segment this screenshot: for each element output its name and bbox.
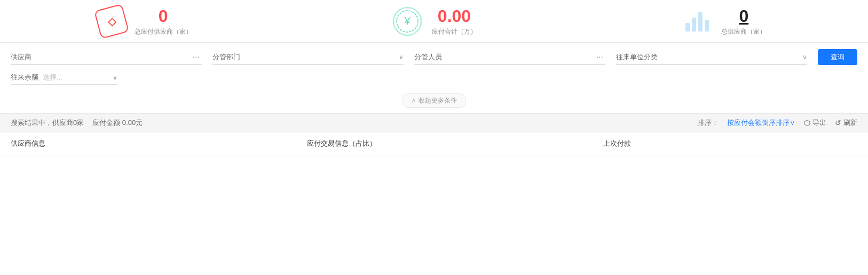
stat-payable-total: ¥ ！快速录单的快捷键说明在这里 × 0.00 应付合计（万）: [289, 0, 579, 42]
logo-icon: ◇: [94, 3, 129, 38]
unit-category-arrow[interactable]: ∨: [802, 53, 807, 61]
payable-total-label: 应付合计（万）: [432, 27, 477, 36]
collapse-text: ∧ 收起更多条件: [411, 96, 456, 105]
coin-icon: ¥: [391, 5, 423, 37]
svg-rect-3: [685, 23, 690, 32]
total-suppliers-value: 0: [159, 6, 168, 26]
stat-total-suppliers: ◇ 0 总应付供应商（家）: [0, 0, 289, 42]
manager-filter: 分管人员 ···: [414, 50, 605, 65]
svg-rect-4: [692, 18, 696, 32]
logo-diamond: ◇: [107, 15, 115, 28]
export-label: 导出: [812, 118, 826, 128]
unit-category-filter: 往来单位分类 ∨: [616, 50, 807, 65]
col-supplier-header: 供应商信息: [11, 139, 307, 148]
sort-label: 排序：: [698, 118, 719, 128]
manager-input[interactable]: [446, 53, 594, 61]
balance-placeholder[interactable]: 选择...: [43, 73, 113, 82]
department-label: 分管部门: [212, 52, 240, 62]
filter-section: 供应商 ··· 分管部门 ∨ 分管人员 ··· 往来单位分类 ∨ 查询 往来余额: [0, 43, 868, 114]
balance-filter: 往来余额 选择... ∨: [11, 70, 117, 85]
balance-label: 往来余额: [11, 73, 38, 82]
query-button[interactable]: 查询: [818, 49, 857, 65]
svg-rect-6: [705, 20, 709, 32]
total-suppliers-label: 总应付供应商（家）: [135, 27, 192, 36]
payable-total-value: 0.00: [438, 6, 471, 26]
col-transaction-header: 应付交易信息（占比）: [307, 139, 603, 148]
supplier-filter: 供应商 ···: [11, 50, 202, 65]
table-content: [0, 155, 868, 275]
supplier-dots[interactable]: ···: [191, 52, 202, 62]
unit-category-label: 往来单位分类: [616, 52, 658, 62]
unit-category-input[interactable]: [662, 53, 802, 61]
table-header: 供应商信息 应付交易信息（占比） 上次付款: [0, 132, 868, 155]
sort-value[interactable]: 按应付会额倒序排序∨: [727, 118, 795, 128]
result-summary: 搜索结果中，供应商0家: [11, 118, 84, 128]
supplier-input[interactable]: [42, 53, 191, 61]
result-bar-right: 排序： 按应付会额倒序排序∨ ⬡ 导出 ↺ 刷新: [698, 118, 857, 128]
total-suppliers-right-label: 总供应商（家）: [721, 27, 766, 36]
filter-row-2: 往来余额 选择... ∨: [11, 70, 857, 85]
col-payment-header: 上次付款: [603, 139, 857, 148]
manager-dots[interactable]: ···: [594, 52, 605, 62]
refresh-label: 刷新: [843, 118, 857, 128]
collapse-bar: ∧ 收起更多条件: [11, 90, 857, 113]
svg-rect-5: [698, 12, 703, 32]
svg-text:¥: ¥: [404, 15, 411, 27]
department-arrow[interactable]: ∨: [399, 53, 404, 61]
manager-label: 分管人员: [414, 52, 442, 62]
export-button[interactable]: ⬡ 导出: [804, 118, 826, 128]
department-filter: 分管部门 ∨: [212, 50, 404, 65]
bar-chart-icon: [681, 5, 713, 37]
department-input[interactable]: [244, 53, 399, 61]
supplier-label: 供应商: [11, 52, 37, 62]
refresh-button[interactable]: ↺ 刷新: [835, 118, 857, 128]
refresh-icon: ↺: [835, 119, 841, 127]
result-amount: 应付金额 0.00元: [92, 118, 143, 128]
filter-row-1: 供应商 ··· 分管部门 ∨ 分管人员 ··· 往来单位分类 ∨ 查询: [11, 49, 857, 65]
export-icon: ⬡: [804, 119, 810, 127]
stats-bar: ◇ 0 总应付供应商（家） ¥ ！快速录单的快捷键说明在这里 × 0.00 应付…: [0, 0, 868, 43]
stat-total-suppliers-right: 0 总供应商（家）: [579, 0, 868, 42]
balance-arrow[interactable]: ∨: [113, 74, 117, 81]
collapse-button[interactable]: ∧ 收起更多条件: [402, 93, 465, 108]
total-suppliers-right-value: 0: [739, 6, 748, 26]
result-bar: 搜索结果中，供应商0家 应付金额 0.00元 排序： 按应付会额倒序排序∨ ⬡ …: [0, 114, 868, 132]
